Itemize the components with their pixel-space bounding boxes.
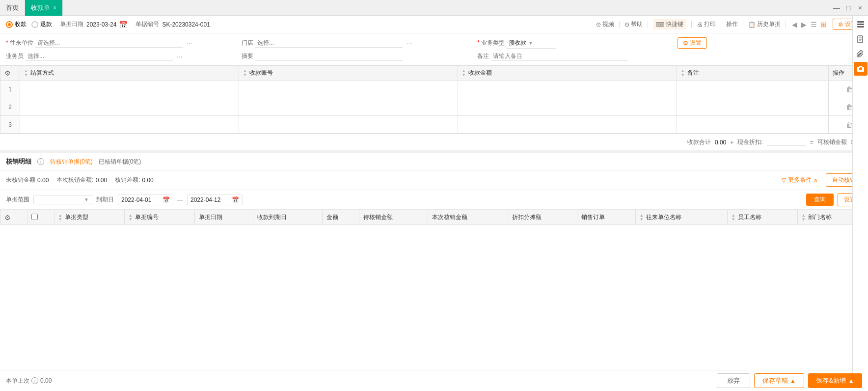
toolbar-divider3 bbox=[691, 21, 692, 28]
total-value: 0.00 bbox=[715, 139, 726, 146]
row-1-account[interactable] bbox=[239, 81, 458, 98]
date-field: 单据日期 2023-03-24 📅 bbox=[60, 20, 128, 28]
row-1-memo[interactable] bbox=[677, 81, 828, 98]
row-1-payment[interactable] bbox=[20, 81, 239, 98]
salesperson-group: 业务员 ··· bbox=[6, 52, 242, 61]
date-from-icon[interactable]: 📅 bbox=[163, 196, 170, 203]
done-tab[interactable]: 已核销单据(0笔) bbox=[99, 158, 141, 166]
row-3-payment[interactable] bbox=[20, 116, 239, 134]
row-2-payment[interactable] bbox=[20, 98, 239, 116]
bottom-info-icon[interactable]: i bbox=[31, 377, 38, 384]
form-row-2: 业务员 ··· 摘要 备注 bbox=[6, 52, 862, 61]
store-input[interactable] bbox=[255, 38, 403, 48]
business-type-chevron: ▼ bbox=[528, 40, 533, 46]
discount-label: 现金折扣: bbox=[737, 138, 762, 146]
salesperson-more-icon[interactable]: ··· bbox=[177, 53, 183, 60]
bottom-action-bar: 本单上次 i 0.00 放弃 保存草稿 ▲ 保存&新增 ▲ bbox=[0, 370, 868, 391]
pending-tab[interactable]: 待核销单据(0笔) bbox=[50, 158, 93, 166]
row-3-account[interactable] bbox=[239, 116, 458, 134]
history-btn[interactable]: 📋 历史单据 bbox=[748, 20, 781, 28]
date-separator: — bbox=[177, 196, 183, 203]
date-calendar-icon[interactable]: 📅 bbox=[119, 21, 128, 28]
tab-bar: 首页 收款单 × — □ × bbox=[0, 0, 868, 16]
bt-gear-btn[interactable]: ⚙ bbox=[4, 214, 11, 222]
business-type-group: 业务类型 预收款 ▼ bbox=[477, 38, 674, 49]
tab-receipt[interactable]: 收款单 × bbox=[25, 0, 63, 16]
print-btn[interactable]: 🖨 打印 bbox=[697, 20, 716, 28]
store-more-icon[interactable]: ··· bbox=[407, 39, 412, 47]
row-2-amount[interactable] bbox=[458, 98, 677, 116]
save-draft-arrow: ▲ bbox=[790, 377, 796, 385]
table-row: 2 🗑 ⧉ bbox=[0, 98, 868, 116]
col-amount-label: 收款金额 bbox=[468, 69, 492, 76]
radio-receipt[interactable]: 收款 bbox=[6, 20, 27, 28]
operate-btn[interactable]: 操作 bbox=[726, 20, 738, 28]
video-btn[interactable]: ⊙ 视频 bbox=[596, 20, 614, 28]
list-view-btn[interactable]: ☰ bbox=[810, 20, 818, 29]
toolbar-divider1 bbox=[619, 21, 620, 28]
bt-select-all[interactable] bbox=[31, 214, 38, 220]
shortcut-icon: ⌨ bbox=[656, 21, 664, 28]
row-1-amount[interactable] bbox=[458, 81, 677, 98]
more-conditions-btn[interactable]: ▽ 更多条件 ∧ bbox=[782, 176, 818, 184]
row-3-amount[interactable] bbox=[458, 116, 677, 134]
hexiao-info-icon[interactable]: i bbox=[37, 158, 44, 165]
save-new-btn[interactable]: 保存&新增 ▲ bbox=[808, 373, 862, 388]
query-btn[interactable]: 查询 bbox=[806, 194, 834, 206]
shortcut-btn[interactable]: ⌨ 快捷键 bbox=[653, 19, 686, 29]
next-btn[interactable]: ▶ bbox=[800, 20, 808, 29]
date-to-input[interactable] bbox=[190, 196, 230, 203]
range-select[interactable]: ▼ bbox=[33, 195, 92, 204]
row-2-memo[interactable] bbox=[677, 98, 828, 116]
business-type-select[interactable]: 预收款 ▼ bbox=[507, 38, 556, 49]
print-label: 打印 bbox=[704, 20, 716, 28]
window-max-button[interactable]: □ bbox=[844, 4, 852, 12]
svg-rect-1 bbox=[857, 24, 864, 25]
hexiao-section: 核销明细 i 待核销单据(0笔) 已核销单据(0笔) 未核销金额 0.00 本次… bbox=[0, 150, 868, 370]
counterpart-more-icon[interactable]: ··· bbox=[187, 39, 192, 47]
memo-group: 备注 bbox=[477, 52, 674, 61]
salesperson-input[interactable] bbox=[26, 52, 173, 61]
operate-label: 操作 bbox=[726, 20, 738, 28]
discount-input[interactable] bbox=[767, 139, 806, 146]
toolbar-divider5 bbox=[743, 21, 743, 28]
chevron-up-icon: ∧ bbox=[814, 177, 818, 184]
counterpart-input[interactable] bbox=[35, 38, 183, 48]
hexiao-toolbar-left: 单据范围 ▼ 到期日 📅 — 📅 bbox=[6, 195, 800, 205]
sidebar-icon-table[interactable] bbox=[854, 18, 868, 31]
video-label: 视频 bbox=[602, 20, 614, 28]
radio-refund[interactable]: 退款 bbox=[31, 20, 52, 28]
date-from-input[interactable] bbox=[121, 196, 161, 203]
history-icon: 📋 bbox=[748, 21, 756, 28]
sidebar-icon-doc[interactable] bbox=[854, 32, 868, 46]
form-settings-btn[interactable]: ⚙ 设置 bbox=[678, 37, 707, 49]
main-table-section: ⚙ ▲▼ 结算方式 ▲▼ 收款账号 ▲▼ 收款金额 bbox=[0, 65, 868, 150]
date-to-field: 📅 bbox=[187, 195, 243, 205]
col-amount: ▲▼ 收款金额 bbox=[458, 66, 677, 81]
date-value: 2023-03-24 bbox=[86, 21, 116, 28]
sidebar-icon-attachment[interactable] bbox=[854, 47, 868, 61]
abandon-btn[interactable]: 放弃 bbox=[717, 373, 750, 388]
grid-view-btn[interactable]: ⊞ bbox=[820, 20, 828, 29]
tab-home[interactable]: 首页 bbox=[0, 0, 25, 16]
window-close-button[interactable]: × bbox=[856, 4, 864, 12]
tab-home-label: 首页 bbox=[6, 3, 19, 12]
help-icon: ⊙ bbox=[624, 21, 629, 28]
date-to-icon[interactable]: 📅 bbox=[232, 196, 239, 203]
row-2-account[interactable] bbox=[239, 98, 458, 116]
top-toolbar: 收款 退款 单据日期 2023-03-24 📅 单据编号 SK-20230324… bbox=[0, 16, 868, 33]
sidebar-icon-camera[interactable] bbox=[854, 62, 868, 76]
summary-label: 摘要 bbox=[242, 52, 253, 60]
row-3-memo[interactable] bbox=[677, 116, 828, 134]
tab-close-icon[interactable]: × bbox=[53, 4, 56, 11]
table-gear-btn[interactable]: ⚙ bbox=[4, 69, 11, 77]
due-date-label: 到期日 bbox=[96, 196, 114, 204]
prev-btn[interactable]: ◀ bbox=[791, 20, 798, 29]
summary-input[interactable] bbox=[255, 52, 403, 61]
help-btn[interactable]: ⊙ 帮助 bbox=[624, 20, 643, 28]
memo-label: 备注 bbox=[477, 52, 489, 60]
save-draft-btn[interactable]: 保存草稿 ▲ bbox=[754, 373, 805, 388]
memo-input[interactable] bbox=[491, 52, 628, 61]
window-min-button[interactable]: — bbox=[833, 4, 841, 12]
bt-col-date: 单据日期 bbox=[194, 210, 253, 225]
